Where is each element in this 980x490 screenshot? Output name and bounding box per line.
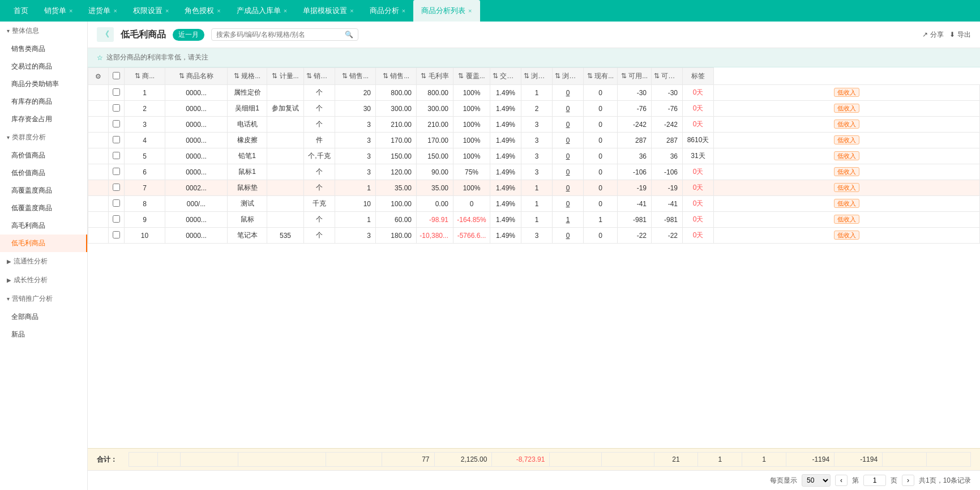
search-icon[interactable]: 🔍 — [345, 31, 353, 39]
row-check[interactable] — [109, 85, 125, 101]
nav-home[interactable]: 首页 — [6, 0, 36, 22]
sidebar-item-high-coverage[interactable]: 高覆盖度商品 — [0, 182, 87, 199]
sidebar-item-low-coverage[interactable]: 低覆盖度商品 — [0, 199, 87, 217]
nav-template-close[interactable]: × — [350, 7, 353, 14]
row-view1[interactable]: 0 — [553, 164, 584, 180]
nav-role-close[interactable]: × — [217, 7, 220, 14]
row-name[interactable]: 铅笔1 — [228, 148, 267, 164]
tag-col-header[interactable]: 标签 — [683, 68, 714, 85]
sidebar-item-in-stock[interactable]: 有库存的商品 — [0, 93, 87, 110]
row-name[interactable]: 笔记本 — [228, 228, 267, 244]
share-button[interactable]: ↗ 分享 — [922, 30, 944, 40]
nav-analysis-list-close[interactable]: × — [468, 7, 472, 14]
row-name[interactable]: 测试 — [228, 196, 267, 212]
nav-sales[interactable]: 销货单× — [36, 0, 80, 22]
prev-page-button[interactable]: ‹ — [835, 475, 848, 486]
page-input[interactable] — [863, 475, 886, 486]
row-sales-amt: 210.00 — [417, 117, 453, 133]
row-name[interactable]: 属性定价 — [228, 85, 267, 101]
nav-product-analysis-list[interactable]: 商品分析列表× — [413, 0, 480, 22]
row-check[interactable] — [109, 148, 125, 164]
row-view1[interactable]: 0 — [553, 148, 584, 164]
nav-permission-close[interactable]: × — [165, 7, 169, 14]
export-button[interactable]: ⬇ 导出 — [949, 30, 971, 40]
sidebar-item-category-rate[interactable]: 商品分类助销率 — [0, 75, 87, 93]
avail-col-header[interactable]: ⇅ 可用... — [618, 68, 652, 85]
next-page-button[interactable]: › — [902, 475, 914, 486]
per-page-select[interactable]: 50 100 200 — [802, 474, 831, 487]
spec-col-header[interactable]: ⇅ 规格... — [228, 68, 267, 85]
sidebar-item-capital[interactable]: 库存资金占用 — [0, 110, 87, 128]
gross-margin-col-header[interactable]: ⇅ 毛利率 — [417, 68, 453, 85]
nav-product-analysis[interactable]: 商品分析× — [362, 0, 413, 22]
sidebar-collapse-button[interactable]: 《 — [97, 27, 114, 42]
sales-qty-col-header[interactable]: ⇅ 销售... — [304, 68, 335, 85]
trade-cnt-col-header[interactable]: ⇅ 交易... — [490, 68, 521, 85]
nav-purchase-close[interactable]: × — [113, 7, 117, 14]
sidebar-item-sales-products[interactable]: 销售类商品 — [0, 40, 87, 58]
name-col-header[interactable]: ⇅ 商品名称 — [165, 68, 228, 85]
sidebar-group-growth-title[interactable]: ▶ 成长性分析 — [0, 271, 87, 289]
nav-template[interactable]: 单据模板设置× — [295, 0, 361, 22]
nav-product-close[interactable]: × — [284, 7, 287, 14]
row-name[interactable]: 鼠标1 — [228, 164, 267, 180]
row-name[interactable]: 鼠标垫 — [228, 180, 267, 196]
sidebar-group-marketing-title[interactable]: ▾ 营销推广分析 — [0, 289, 87, 308]
row-view1[interactable]: 0 — [553, 180, 584, 196]
nav-purchase[interactable]: 进货单× — [80, 0, 125, 22]
sidebar-group-liquidity-title[interactable]: ▶ 流通性分析 — [0, 252, 87, 271]
row-name[interactable]: 电话机 — [228, 117, 267, 133]
code-col-header[interactable]: ⇅ 商... — [125, 68, 165, 85]
sidebar-item-low-value[interactable]: 低价值商品 — [0, 164, 87, 182]
sidebar-item-traded-products[interactable]: 交易过的商品 — [0, 58, 87, 75]
row-view1[interactable]: 0 — [553, 133, 584, 148]
row-check[interactable] — [109, 133, 125, 148]
nav-sales-close[interactable]: × — [69, 7, 72, 14]
filter-tag-month[interactable]: 近一月 — [173, 29, 204, 41]
sidebar-item-high-margin[interactable]: 高毛利商品 — [0, 217, 87, 235]
sidebar-item-low-margin[interactable]: 低毛利商品 — [0, 235, 87, 252]
row-check[interactable] — [109, 212, 125, 228]
row-check[interactable] — [109, 180, 125, 196]
row-unit: 个 — [304, 117, 335, 133]
sidebar-item-high-value[interactable]: 高价值商品 — [0, 147, 87, 164]
row-name[interactable]: 吴细细1 — [228, 101, 267, 117]
settings-col-header[interactable]: ⚙ — [88, 68, 109, 85]
sidebar-group-cluster-title[interactable]: ▾ 类群度分析 — [0, 128, 87, 147]
nav-product-entry[interactable]: 产成品入库单× — [229, 0, 295, 22]
row-cover-rate: 1.49% — [490, 164, 521, 180]
row-view1[interactable]: 0 — [553, 101, 584, 117]
row-cover-rate: 1.49% — [490, 228, 521, 244]
sidebar-item-all-products[interactable]: 全部商品 — [0, 308, 87, 326]
check-col-header[interactable] — [109, 68, 125, 85]
sidebar-item-new-products[interactable]: 新品 — [0, 326, 87, 343]
row-view1[interactable]: 0 — [553, 117, 584, 133]
row-check[interactable] — [109, 196, 125, 212]
search-input[interactable] — [216, 31, 343, 39]
nav-permission[interactable]: 权限设置× — [125, 0, 177, 22]
view1-col-header[interactable]: ⇅ 浏览... — [521, 68, 553, 85]
row-no: 2 — [125, 101, 165, 117]
sidebar-group-overall-title[interactable]: ▾ 整体信息 — [0, 22, 87, 40]
row-avail: 36 — [652, 148, 683, 164]
unit-col-header[interactable]: ⇅ 计量... — [267, 68, 304, 85]
row-view1[interactable]: 0 — [553, 228, 584, 244]
sales-amt-col-header[interactable]: ⇅ 销售... — [376, 68, 417, 85]
row-check[interactable] — [109, 101, 125, 117]
sales-price-col-header[interactable]: ⇅ 销售... — [335, 68, 376, 85]
row-check[interactable] — [109, 164, 125, 180]
row-name[interactable]: 橡皮擦 — [228, 133, 267, 148]
row-check[interactable] — [109, 117, 125, 133]
row-view1[interactable]: 1 — [553, 212, 584, 228]
row-check[interactable] — [109, 228, 125, 244]
nav-role[interactable]: 角色授权× — [177, 0, 228, 22]
view2-col-header[interactable]: ⇅ 浏览... — [553, 68, 584, 85]
salable-col-header[interactable]: ⇅ 可销... — [652, 68, 683, 85]
row-name[interactable]: 鼠标 — [228, 212, 267, 228]
cover-rate-col-header[interactable]: ⇅ 覆盖... — [453, 68, 490, 85]
row-view1[interactable]: 0 — [553, 85, 584, 101]
check-all[interactable] — [113, 72, 120, 79]
row-view1[interactable]: 0 — [553, 196, 584, 212]
stock-col-header[interactable]: ⇅ 现有... — [584, 68, 618, 85]
nav-product-analysis-close[interactable]: × — [402, 7, 405, 14]
